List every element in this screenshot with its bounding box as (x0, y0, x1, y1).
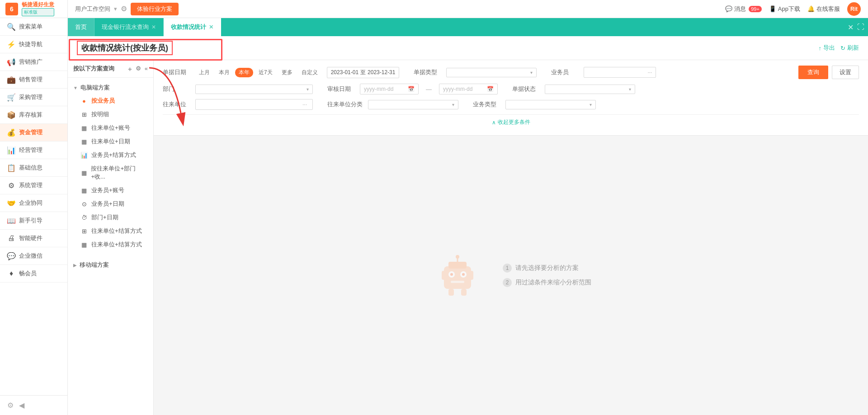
cart-icon: 🛒 (7, 93, 15, 101)
plan-item-detail[interactable]: ⊞ 按明细 (68, 108, 153, 121)
sidebar-item-system[interactable]: ⚙ 系统管理 (0, 177, 67, 194)
date-tab-custom[interactable]: 自定义 (298, 68, 321, 77)
printer-icon: 🖨 (7, 234, 15, 242)
empty-content: 1 请先选择要分析的方案 2 用过滤条件来缩小分析范围 (430, 248, 591, 302)
dept-select[interactable]: ▾ (195, 85, 313, 94)
date-to: 2023-12-31 (368, 69, 395, 75)
tab-collection-stats[interactable]: 收款情况统计 ✕ (164, 18, 221, 36)
collapse-filter-btn[interactable]: ∧ 收起更多条件 (163, 114, 859, 130)
settings-filter-btn[interactable]: 设置 (832, 66, 859, 79)
trial-btn[interactable]: 体验行业方案 (131, 3, 179, 15)
app-download-btn[interactable]: 📱 App下载 (769, 5, 800, 13)
audit-date-to[interactable]: yyyy-mm-dd 📅 (439, 84, 498, 94)
plan-item-salesperson-date[interactable]: ⊙ 业务员+日期 (68, 197, 153, 211)
collapse-sidebar-icon[interactable]: ◀ (19, 401, 24, 410)
sidebar-label: 快捷导航 (19, 40, 42, 48)
svg-rect-7 (442, 271, 445, 280)
sidebar-item-basic-info[interactable]: 📋 基础信息 (0, 159, 67, 177)
dept-arrow-icon: ▾ (307, 87, 309, 92)
sidebar-item-enterprise[interactable]: 🤝 企业协同 (0, 194, 67, 212)
doc-status-arrow-icon: ▾ (629, 87, 631, 92)
panel-settings-btn[interactable]: ⚙ (136, 65, 141, 73)
export-btn[interactable]: ↑ 导出 (819, 44, 835, 52)
salesperson-select[interactable]: ··· (584, 67, 656, 78)
audit-date-label: 审核日期 (327, 85, 354, 93)
dept-label: 部门 (163, 85, 190, 93)
online-support-btn[interactable]: 🔔 在线客服 (807, 5, 840, 13)
expand-icon[interactable]: ⛶ (857, 23, 864, 31)
sidebar-item-finance[interactable]: 💰 资金管理 (0, 124, 67, 141)
empty-tip-2: 2 用过滤条件来缩小分析范围 (503, 278, 591, 287)
right-panel: 单据日期 上月 本月 本年 近7天 更多 自定义 2023-01-01 至 (154, 60, 868, 415)
salesperson-label: 业务员 (551, 68, 578, 76)
plan-item-unit-date[interactable]: ▦ 往来单位+日期 (68, 135, 153, 148)
tab-bank-flow[interactable]: 现金银行流水查询 ✕ (94, 18, 164, 36)
table3-icon: ▦ (80, 169, 87, 176)
date-tab-7days[interactable]: 近7天 (255, 68, 276, 77)
sidebar-item-marketing[interactable]: 📢 营销推广 (0, 53, 67, 71)
plan-item-dept-date[interactable]: ⏱ 部门+日期 (68, 211, 153, 224)
app-logo-icon: 6 (5, 3, 18, 15)
panel-add-btn[interactable]: + (128, 65, 132, 73)
business-type-select[interactable]: ▾ (505, 100, 596, 109)
workspace-dropdown-icon[interactable]: ▾ (114, 5, 117, 12)
desktop-section-title[interactable]: ▼ 电脑端方案 (68, 81, 153, 94)
sidebar-label: 新手引导 (19, 217, 42, 225)
audit-date-from[interactable]: yyyy-mm-dd 📅 (360, 84, 419, 94)
plan-item-salesperson-payment[interactable]: 📊 业务员+结算方式 (68, 148, 153, 162)
plan-item-unit-account[interactable]: ▦ 往来单位+账号 (68, 121, 153, 135)
sidebar-item-inventory[interactable]: 📦 库存核算 (0, 106, 67, 124)
plan-item-unit-dept[interactable]: ▦ 按往来单位+部门+收... (68, 162, 153, 184)
tab-bar-controls: ✕ ⛶ (848, 18, 868, 36)
content-body: 按以下方案查询 + ⚙ « ▼ 电脑端方案 ● 按业务员 (68, 60, 868, 415)
tab-home[interactable]: 首页 (68, 18, 94, 36)
messages-btn[interactable]: 💬 消息 99+ (725, 5, 762, 13)
refresh-btn[interactable]: ↻ 刷新 (840, 44, 859, 52)
doc-type-select[interactable]: ▾ (446, 68, 537, 77)
date-tab-this-month[interactable]: 本月 (215, 68, 233, 77)
user-avatar[interactable]: Rit (847, 2, 861, 16)
close-window-icon[interactable]: ✕ (848, 23, 854, 32)
plan-item-unit-payment1[interactable]: ⊞ 往来单位+结算方式 (68, 224, 153, 238)
svg-point-5 (462, 273, 465, 276)
section-title-text: 电脑端方案 (80, 84, 110, 92)
sidebar-item-member[interactable]: ♦ 畅会员 (0, 265, 67, 283)
panel-collapse-btn[interactable]: « (145, 65, 148, 73)
counterparty-category-select[interactable]: ▾ (368, 100, 458, 109)
workspace-title: 用户工作空间 (75, 5, 110, 13)
refresh-icon: ↻ (840, 45, 845, 52)
plan-item-unit-payment2[interactable]: ▦ 往来单位+结算方式 (68, 238, 153, 251)
search-icon: 🔍 (7, 23, 15, 31)
sidebar-label: 营销推广 (19, 58, 42, 66)
query-btn[interactable]: 查询 (798, 66, 828, 79)
tab-bank-flow-close[interactable]: ✕ (151, 24, 156, 30)
sidebar-item-search-menu[interactable]: 🔍 搜索菜单 (0, 18, 67, 36)
plan-item-salesperson[interactable]: ● 按业务员 (68, 94, 153, 108)
sidebar-item-guide[interactable]: 📖 新手引导 (0, 212, 67, 230)
app-badge: 标准版 (22, 8, 54, 16)
sidebar: 6 畅捷通好生意 标准版 🔍 搜索菜单 ⚡ 快捷导航 📢 营销推广 💼 销售管理… (0, 0, 68, 415)
salesperson-more-icon: ··· (647, 69, 652, 75)
gear-settings-icon[interactable]: ⚙ (121, 5, 127, 13)
counterparty-input[interactable]: ··· (195, 99, 313, 110)
date-range[interactable]: 2023-01-01 至 2023-12-31 (327, 67, 400, 78)
date-tab-more[interactable]: 更多 (278, 68, 296, 77)
doc-status-select[interactable]: ▾ (545, 85, 635, 94)
date-tab-this-year[interactable]: 本年 (235, 68, 253, 77)
tab-home-label: 首页 (75, 23, 87, 31)
sidebar-item-wechat[interactable]: 💬 企业微信 (0, 247, 67, 265)
sidebar-item-purchase[interactable]: 🛒 采购管理 (0, 89, 67, 106)
svg-rect-1 (448, 262, 467, 269)
sidebar-item-smart-hw[interactable]: 🖨 智能硬件 (0, 230, 67, 247)
mobile-section-title[interactable]: ▶ 移动端方案 (68, 259, 153, 271)
date-tab-last-month[interactable]: 上月 (195, 68, 213, 77)
sidebar-item-operations[interactable]: 📊 经营管理 (0, 141, 67, 159)
sidebar-item-sales[interactable]: 💼 销售管理 (0, 71, 67, 89)
settings-bottom-icon[interactable]: ⚙ (7, 401, 14, 410)
sidebar-label: 销售管理 (19, 75, 42, 84)
plan-item-salesperson-account[interactable]: ▦ 业务员+账号 (68, 184, 153, 197)
sidebar-item-quick-nav[interactable]: ⚡ 快捷导航 (0, 36, 67, 53)
mobile-section-arrow-icon: ▶ (73, 263, 77, 268)
counterparty-dots-icon[interactable]: ··· (302, 101, 307, 108)
tab-collection-stats-close[interactable]: ✕ (209, 24, 213, 30)
